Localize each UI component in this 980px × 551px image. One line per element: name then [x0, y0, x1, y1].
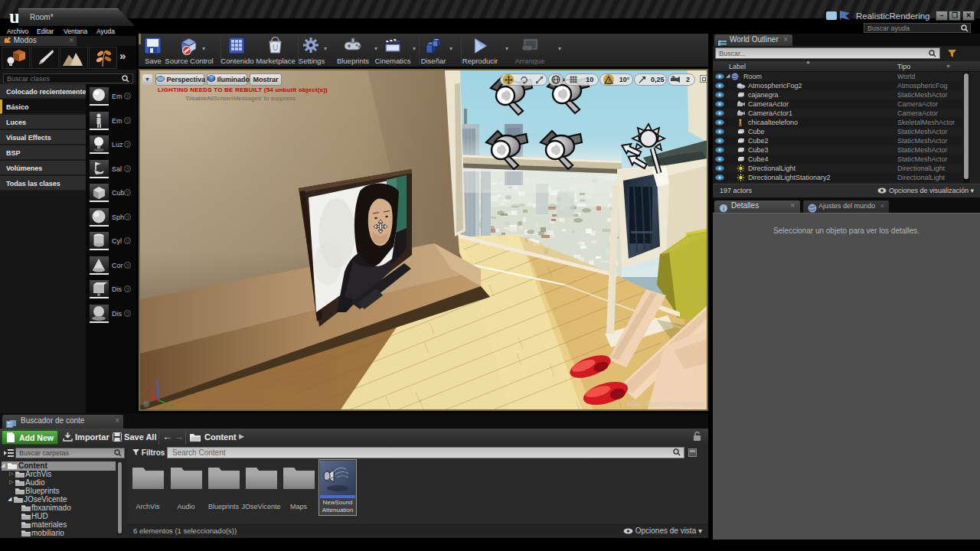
svg-text:-x: -x — [148, 387, 152, 393]
svg-text:Z: Z — [156, 380, 160, 386]
svg-text:U: U — [273, 44, 278, 52]
svg-text:Nivel: Room (Permanente): Nivel: Room (Permanente) — [627, 400, 704, 408]
svg-text:Y: Y — [169, 403, 173, 409]
